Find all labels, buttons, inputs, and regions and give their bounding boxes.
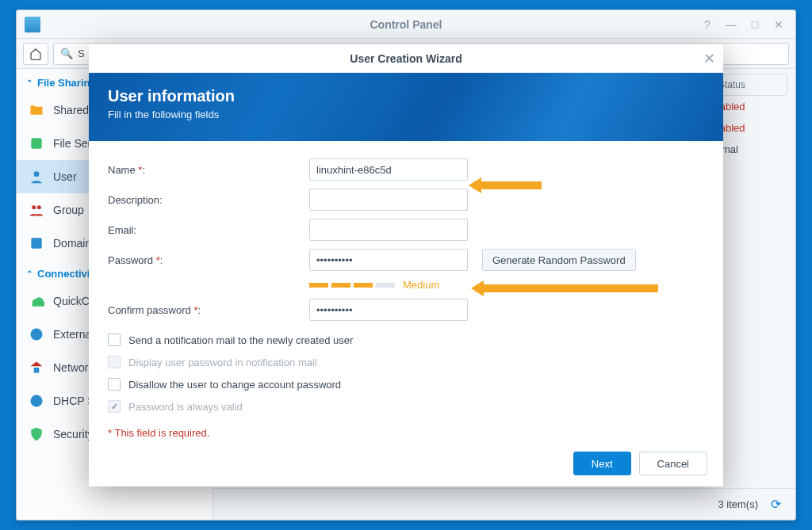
reload-icon[interactable]: ⟳ (766, 494, 786, 515)
notify-checkbox-row: Send a notification mail to the newly cr… (108, 329, 704, 351)
confirm-password-input[interactable] (309, 299, 468, 321)
maximize-icon[interactable]: □ (743, 15, 767, 34)
svg-point-3 (37, 205, 41, 209)
svg-point-1 (34, 171, 40, 177)
description-input[interactable] (309, 189, 468, 211)
always-valid-label: Password is always valid (128, 401, 243, 413)
network-icon (28, 359, 45, 376)
always-valid-checkbox-row: Password is always valid (108, 395, 704, 418)
stack-icon (28, 135, 45, 152)
required-note: * This field is required. (108, 427, 704, 439)
next-button[interactable]: Next (573, 452, 631, 475)
notify-label: Send a notification mail to the newly cr… (128, 334, 353, 346)
svg-rect-6 (34, 368, 40, 373)
sidebar-item-label: User (53, 170, 77, 183)
confirm-label: Confirm password *: (108, 304, 309, 316)
item-count: 3 item(s) (718, 498, 758, 510)
home-icon (29, 48, 42, 60)
home-button[interactable] (23, 43, 48, 65)
strength-bars (309, 283, 395, 288)
group-icon (28, 201, 45, 219)
name-label: Name *: (108, 164, 309, 176)
display-pw-checkbox (108, 356, 121, 368)
name-input[interactable] (309, 158, 468, 181)
shield-icon (28, 425, 45, 443)
cancel-button[interactable]: Cancel (639, 452, 707, 475)
hero-subheading: Fill in the following fields (108, 109, 704, 120)
svg-rect-4 (31, 238, 41, 248)
password-input[interactable] (309, 249, 468, 271)
globe-icon (28, 326, 45, 343)
modal-close-icon[interactable]: ✕ (703, 50, 715, 67)
control-panel-icon (25, 17, 40, 32)
svg-rect-0 (31, 138, 41, 148)
email-input[interactable] (309, 219, 468, 241)
disallow-change-checkbox[interactable] (108, 378, 121, 391)
domain-icon (28, 234, 45, 252)
annotation-arrow (473, 181, 542, 189)
notify-checkbox[interactable] (108, 334, 121, 346)
window-controls: ? — □ ✕ (695, 15, 791, 34)
minimize-icon[interactable]: — (719, 15, 743, 34)
cloud-icon (28, 292, 45, 310)
sidebar-item-label: Security (53, 428, 94, 440)
display-pw-label: Display user password in notification ma… (128, 357, 317, 368)
disallow-change-checkbox-row: Disallow the user to change account pass… (108, 373, 704, 395)
user-icon (28, 168, 45, 185)
folder-icon (28, 101, 45, 119)
modal-titlebar: User Creation Wizard ✕ (89, 44, 723, 73)
sidebar-item-label: Network (53, 361, 94, 374)
always-valid-checkbox (108, 400, 121, 413)
modal-hero: User information Fill in the following f… (89, 73, 723, 141)
hero-heading: User information (108, 87, 704, 105)
help-icon[interactable]: ? (695, 15, 719, 34)
chevron-up-icon: ⌃ (26, 269, 33, 278)
email-label: Email: (108, 224, 309, 236)
chevron-up-icon: ⌃ (26, 78, 33, 87)
window-title: Control Panel (370, 18, 442, 31)
description-label: Description: (108, 194, 309, 206)
sidebar-group-label: File Sharing (37, 77, 96, 89)
annotation-arrow (476, 284, 658, 292)
modal-footer: Next Cancel (89, 440, 723, 486)
svg-point-7 (31, 395, 43, 407)
password-label: Password *: (108, 254, 309, 266)
svg-point-2 (32, 205, 36, 209)
modal-title: User Creation Wizard (350, 52, 462, 65)
search-icon: 🔍 (60, 48, 73, 59)
titlebar: Control Panel ? — □ ✕ (17, 10, 795, 39)
user-creation-wizard-modal: User Creation Wizard ✕ User information … (89, 44, 723, 486)
table-footer: 3 item(s) ⟳ (213, 488, 795, 520)
disallow-change-label: Disallow the user to change account pass… (128, 379, 341, 391)
close-icon[interactable]: ✕ (767, 15, 791, 34)
svg-point-5 (31, 329, 43, 341)
display-pw-checkbox-row: Display user password in notification ma… (108, 351, 704, 373)
dhcp-icon (28, 392, 45, 410)
generate-password-button[interactable]: Generate Random Password (482, 249, 636, 271)
sidebar-item-label: Group (53, 204, 84, 216)
strength-label: Medium (403, 279, 439, 291)
